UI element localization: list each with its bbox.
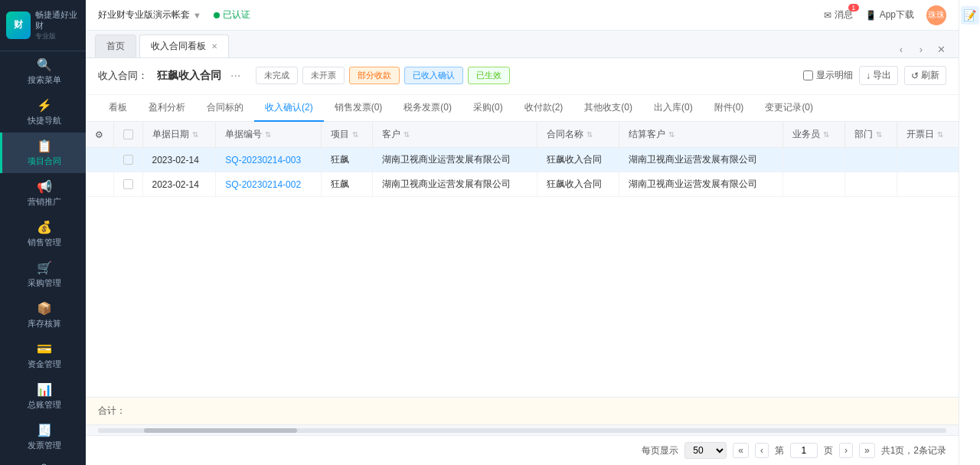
show-detail-input[interactable] <box>803 70 813 80</box>
tab-close-btn[interactable]: ✕ <box>933 41 949 57</box>
table-row[interactable]: 2023-02-14 SQ-20230214-003 狂飙 湖南卫视商业运营发展… <box>86 148 959 172</box>
logo-title: 畅捷通好业财 <box>35 9 80 31</box>
prev-page-btn[interactable]: ‹ <box>755 443 769 458</box>
user-avatar-btn[interactable]: 珠珠 <box>926 5 946 25</box>
show-detail-checkbox[interactable]: 显示明细 <box>803 69 853 82</box>
sidebar-item-3[interactable]: 📢营销推广 <box>0 173 86 214</box>
row-contract-name-0: 狂飙收入合同 <box>537 148 619 172</box>
first-page-btn[interactable]: « <box>733 443 749 458</box>
subtab-10[interactable]: 附件(0) <box>704 95 755 122</box>
sort-settlement-icon[interactable]: ⇅ <box>668 130 675 139</box>
sort-salesperson-icon[interactable]: ⇅ <box>823 130 829 139</box>
company-dropdown-icon[interactable]: ▼ <box>193 11 201 20</box>
refresh-button[interactable]: ↺ 刷新 <box>904 66 946 85</box>
status-effective[interactable]: 已生效 <box>468 67 510 84</box>
show-detail-label: 显示明细 <box>816 69 853 82</box>
subtab-7[interactable]: 收付款(2) <box>514 95 574 122</box>
row-department-1 <box>845 172 897 197</box>
settings-icon[interactable]: ⚙ <box>95 129 103 140</box>
next-page-btn[interactable]: › <box>839 443 853 458</box>
app-download-btn[interactable]: 📱 App下载 <box>865 8 914 21</box>
table-header-row: ⚙ 单据日期 ⇅ 单据编号 <box>86 122 959 148</box>
sidebar-item-7[interactable]: 💳资金管理 <box>0 336 86 376</box>
sort-number-icon[interactable]: ⇅ <box>265 130 271 139</box>
sidebar-item-5[interactable]: 🛒采购管理 <box>0 254 86 295</box>
subtab-8[interactable]: 其他收支(0) <box>573 95 643 122</box>
row-number-1[interactable]: SQ-20230214-002 <box>216 172 321 197</box>
tab-nav-controls: ‹ › ✕ <box>893 41 949 57</box>
sort-date-icon[interactable]: ⇅ <box>192 130 198 139</box>
sidebar-item-1[interactable]: ⚡快捷导航 <box>0 92 86 133</box>
message-btn[interactable]: ✉ 消息 1 <box>824 8 853 21</box>
sidebar-item-0[interactable]: 🔍搜索菜单 <box>0 51 86 92</box>
horizontal-scrollbar[interactable] <box>86 424 959 435</box>
sort-contract-icon[interactable]: ⇅ <box>586 130 593 139</box>
verified-dot <box>214 12 220 18</box>
sidebar-item-10[interactable]: 🏛税务管理 <box>0 457 86 465</box>
row-number-0[interactable]: SQ-20230214-003 <box>216 148 321 172</box>
subtab-6[interactable]: 采购(0) <box>462 95 514 122</box>
sidebar-item-4[interactable]: 💰销售管理 <box>0 214 86 254</box>
current-page-input[interactable] <box>790 443 818 458</box>
sort-invoice-date-icon[interactable]: ⇅ <box>937 130 943 139</box>
row-salesperson-0 <box>783 148 845 172</box>
subtab-11[interactable]: 变更记录(0) <box>754 95 824 122</box>
tab-prev-btn[interactable]: ‹ <box>893 41 910 57</box>
data-table-container[interactable]: ⚙ 单据日期 ⇅ 单据编号 <box>86 122 959 397</box>
subtab-5[interactable]: 税务发票(0) <box>393 95 462 122</box>
row-cb-1[interactable] <box>113 172 142 197</box>
sidebar-label-5: 采购管理 <box>28 277 61 289</box>
row-number-link-1[interactable]: SQ-20230214-002 <box>225 179 301 190</box>
subtab-0[interactable]: 看板 <box>98 95 138 122</box>
page-size-label: 每页显示 <box>642 444 678 457</box>
subtab-9[interactable]: 出入库(0) <box>643 95 704 122</box>
message-badge: 1 <box>848 4 859 11</box>
subtab-2[interactable]: 合同标的 <box>196 95 254 122</box>
refresh-label: 刷新 <box>921 69 939 82</box>
contract-title-row: 收入合同： 狂飙收入合同 ··· 未完成 未开票 部分收款 已收入确认 已生效 … <box>98 66 946 85</box>
table-row[interactable]: 2023-02-14 SQ-20230214-002 狂飙 湖南卫视商业运营发展… <box>86 172 959 197</box>
page-size-select[interactable]: 50 20 100 <box>684 442 727 459</box>
company-selector[interactable]: 好业财专业版演示帐套 ▼ <box>98 8 201 21</box>
sort-customer-icon[interactable]: ⇅ <box>403 130 410 139</box>
row-checkbox-0[interactable] <box>123 155 133 165</box>
status-uninvoiced[interactable]: 未开票 <box>302 67 345 84</box>
row-cb-0[interactable] <box>113 148 142 172</box>
scrollbar-thumb[interactable] <box>144 428 297 433</box>
sidebar-item-6[interactable]: 📦库存核算 <box>0 295 86 336</box>
tab-home[interactable]: 首页 <box>95 34 136 57</box>
sidebar-item-2[interactable]: 📋项目合同 <box>0 133 86 173</box>
header-actions: 显示明细 ↓ 导出 ↺ 刷新 <box>803 66 946 85</box>
row-settlement-1: 湖南卫视商业运营发展有限公司 <box>619 172 783 197</box>
tab-next-btn[interactable]: › <box>913 41 929 57</box>
th-settings[interactable]: ⚙ <box>86 122 113 148</box>
th-number: 单据编号 ⇅ <box>216 122 321 148</box>
subtab-3[interactable]: 收入确认(2) <box>254 95 324 122</box>
sidebar-nav: 🔍搜索菜单⚡快捷导航📋项目合同📢营销推广💰销售管理🛒采购管理📦库存核算💳资金管理… <box>0 51 86 465</box>
status-incomplete[interactable]: 未完成 <box>256 67 298 84</box>
row-contract-name-1: 狂飙收入合同 <box>537 172 619 197</box>
sort-department-icon[interactable]: ⇅ <box>876 130 882 139</box>
tabs-bar: 首页 收入合同看板 ✕ ‹ › ✕ <box>86 31 959 58</box>
status-revenue-confirmed[interactable]: 已收入确认 <box>404 67 463 84</box>
last-page-btn[interactable]: » <box>859 443 875 458</box>
status-partial-payment[interactable]: 部分收款 <box>349 67 400 84</box>
data-table: ⚙ 单据日期 ⇅ 单据编号 <box>86 122 959 197</box>
select-all-checkbox[interactable] <box>123 129 133 139</box>
tab-close-icon[interactable]: ✕ <box>211 42 217 51</box>
sidebar: 财 畅捷通好业财 专业版 🔍搜索菜单⚡快捷导航📋项目合同📢营销推广💰销售管理🛒采… <box>0 0 86 465</box>
subtab-1[interactable]: 盈利分析 <box>138 95 196 122</box>
row-checkbox-1[interactable] <box>123 179 133 189</box>
sidebar-item-9[interactable]: 🧾发票管理 <box>0 417 86 457</box>
subtab-4[interactable]: 销售发票(0) <box>324 95 394 122</box>
more-button[interactable]: ··· <box>230 69 240 83</box>
contract-title-label: 收入合同： <box>98 69 148 83</box>
row-number-link-0[interactable]: SQ-20230214-003 <box>225 155 301 165</box>
sidebar-item-8[interactable]: 📊总账管理 <box>0 376 86 417</box>
th-checkbox[interactable] <box>113 122 142 148</box>
tab-contract-panel[interactable]: 收入合同看板 ✕ <box>139 34 229 57</box>
export-button[interactable]: ↓ 导出 <box>859 66 898 85</box>
th-customer: 客户 ⇅ <box>373 122 537 148</box>
right-panel-note-icon[interactable]: 📝 <box>961 6 979 25</box>
sort-project-icon[interactable]: ⇅ <box>352 130 358 139</box>
